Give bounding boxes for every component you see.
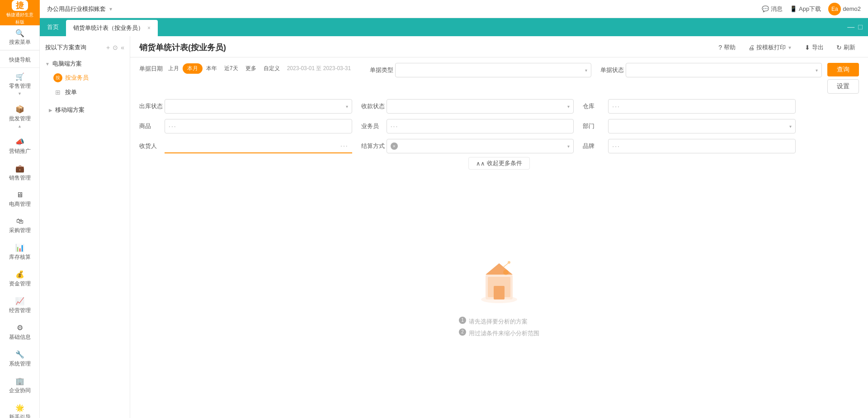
sidebar-item-purchase[interactable]: 🛍 采购管理 [0, 213, 39, 239]
goods-dots: ··· [169, 123, 177, 130]
message-action[interactable]: 💬 消息 [762, 5, 783, 13]
page-header: 销货单统计表(按业务员) ? 帮助 🖨 按模板打印 ▼ ⬇ 导出 [130, 36, 868, 57]
receiver-filter: 收货人 ··· [139, 139, 352, 153]
page-title: 销货单统计表(按业务员) [139, 42, 226, 53]
tab-active[interactable]: 销货单统计表（按业务员） × [66, 20, 158, 36]
export-button[interactable]: ⬇ 导出 [801, 42, 827, 53]
retail-icon: 🛒 [15, 72, 24, 81]
date-tab-more[interactable]: 更多 [242, 63, 260, 74]
tree-child-salesperson[interactable]: 按 按业务员 [40, 71, 130, 85]
settings-button[interactable]: 设置 [827, 79, 859, 94]
department-input[interactable]: ▾ [608, 119, 796, 133]
sales-label: 销售管理 [9, 174, 31, 182]
settlement-clear-icon[interactable]: × [391, 142, 398, 150]
salesperson-input[interactable]: ··· [387, 119, 574, 133]
brand-filter: 品牌 ··· [583, 139, 796, 153]
sidebar-item-finance[interactable]: 💰 资金管理 [0, 266, 39, 292]
collapse-panel-icon[interactable]: « [121, 44, 124, 51]
warehouse-label: 仓库 [583, 102, 608, 110]
tip-text-1: 请先选择要分析的方案 [469, 316, 528, 328]
sidebar-item-sales[interactable]: 💼 销售管理 [0, 160, 39, 186]
breadcrumb-dropdown-icon[interactable]: ▾ [109, 6, 112, 12]
app-download-action[interactable]: 📱 App下载 [790, 5, 821, 13]
print-label: 按模板打印 [756, 43, 786, 52]
settlement-input[interactable]: × ▾ [387, 139, 574, 153]
query-button[interactable]: 查询 [827, 63, 859, 76]
sidebar-logo: 捷 畅捷通好生意 标版 [0, 0, 40, 25]
quick-nav-label[interactable]: 快捷导航 [9, 54, 31, 66]
sidebar-item-basics[interactable]: ⚙ 基础信息 [0, 319, 39, 346]
filter-row-2: 出库状态 ▾ 收款状态 ▾ 仓库 [139, 99, 859, 114]
empty-illustration [472, 254, 526, 309]
tab-bar-controls: — □ [847, 23, 868, 31]
refresh-button[interactable]: ↻ 刷新 [833, 42, 859, 53]
sidebar-item-wholesale[interactable]: 📦 批发管理 ▲ [0, 100, 39, 133]
marketing-label: 营销推广 [9, 147, 31, 155]
doc-type-filter: 单据类型 ▾ [370, 63, 591, 77]
retail-label: 零售管理 [9, 82, 31, 90]
brand-input[interactable]: ··· [608, 139, 796, 153]
doc-status-filter: 单据状态 ▾ [600, 63, 822, 77]
brand-dots: ··· [612, 142, 620, 150]
date-tab-this-month[interactable]: 本月 [183, 63, 203, 74]
tree-parent-mobile[interactable]: ▶ 移动端方案 [40, 103, 130, 117]
tab-close-icon[interactable]: × [147, 25, 151, 31]
basics-icon: ⚙ [17, 323, 23, 332]
logo-text: 畅捷通好生意 [6, 12, 33, 18]
app-download-label: App下载 [799, 5, 821, 13]
sidebar-item-newbie[interactable]: 🌟 新手引导 [0, 399, 39, 418]
collapse-more-button[interactable]: ∧∧ 收起更多条件 [468, 157, 530, 170]
date-tab-custom[interactable]: 自定义 [260, 63, 283, 74]
help-button[interactable]: ? 帮助 [715, 42, 739, 53]
search-menu-button[interactable]: 🔍 搜索菜单 [9, 29, 31, 46]
payment-input[interactable]: ▾ [387, 99, 574, 114]
date-tab-7days[interactable]: 近7天 [221, 63, 242, 74]
tree-child-by-order[interactable]: ⊞ 按单 [40, 85, 130, 100]
filter-row-4: 收货人 ··· 结算方式 × ▾ 品牌 [139, 139, 859, 153]
date-tab-last-month[interactable]: 上月 [165, 63, 183, 74]
page-actions: ? 帮助 🖨 按模板打印 ▼ ⬇ 导出 ↻ 刷新 [715, 42, 859, 53]
sidebar-item-system[interactable]: 🔧 系统管理 [0, 346, 39, 372]
right-panel: 销货单统计表(按业务员) ? 帮助 🖨 按模板打印 ▼ ⬇ 导出 [130, 36, 868, 418]
doc-type-input[interactable]: ▾ [395, 63, 591, 77]
wholesale-icon: 📦 [15, 105, 24, 114]
department-dropdown-icon: ▾ [789, 124, 792, 129]
print-dropdown-icon[interactable]: ▼ [788, 45, 792, 50]
print-button[interactable]: 🖨 按模板打印 ▼ [745, 42, 796, 53]
svg-line-6 [504, 263, 508, 267]
sidebar-item-enterprise[interactable]: 🏢 企业协同 [0, 372, 39, 399]
shipment-input[interactable]: ▾ [165, 99, 352, 114]
sidebar-item-operations[interactable]: 📈 经营管理 [0, 292, 39, 319]
tree-parent-desktop[interactable]: ▼ 电脑端方案 [40, 57, 130, 71]
left-panel-header: 按以下方案查询 + ⊙ « [40, 40, 130, 55]
content-area: 按以下方案查询 + ⊙ « ▼ 电脑端方案 按 按业务员 [40, 36, 868, 418]
top-header: 办公用品行业模拟账套 ▾ 💬 消息 📱 App下载 Ea demo2 [40, 0, 868, 18]
sidebar-item-marketing[interactable]: 📣 营销推广 [0, 133, 39, 160]
sidebar-item-ecom[interactable]: 🖥 电商管理 [0, 186, 39, 213]
add-scheme-icon[interactable]: + [106, 44, 110, 51]
receiver-label: 收货人 [139, 142, 165, 150]
system-icon: 🔧 [15, 350, 24, 359]
wholesale-label: 批发管理 [9, 115, 31, 123]
collapse-up-icon: ∧∧ [476, 160, 485, 167]
left-panel-title: 按以下方案查询 [45, 43, 86, 52]
tab-minimize-button[interactable]: — [847, 23, 854, 31]
purchase-icon: 🛍 [16, 217, 24, 225]
finance-label: 资金管理 [9, 280, 31, 288]
settings-scheme-icon[interactable]: ⊙ [113, 44, 118, 51]
by-order-icon: ⊞ [53, 88, 62, 97]
user-name: demo2 [843, 5, 861, 12]
sidebar-item-retail[interactable]: 🛒 零售管理 ▼ [0, 68, 39, 100]
date-tab-this-year[interactable]: 本年 [203, 63, 221, 74]
user-profile[interactable]: Ea demo2 [828, 3, 861, 15]
goods-input[interactable]: ··· [165, 119, 352, 133]
tab-home[interactable]: 首页 [40, 18, 66, 36]
tab-maximize-button[interactable]: □ [858, 23, 863, 31]
sidebar-item-inventory[interactable]: 📊 库存核算 [0, 239, 39, 266]
filter-row-3: 商品 ··· 业务员 ··· 部门 [139, 119, 859, 133]
message-label: 消息 [771, 5, 783, 13]
warehouse-input[interactable]: ··· [608, 99, 796, 114]
receiver-input[interactable]: ··· [165, 139, 352, 153]
doc-status-input[interactable]: ▾ [626, 63, 822, 77]
date-label: 单据日期 [139, 65, 165, 73]
